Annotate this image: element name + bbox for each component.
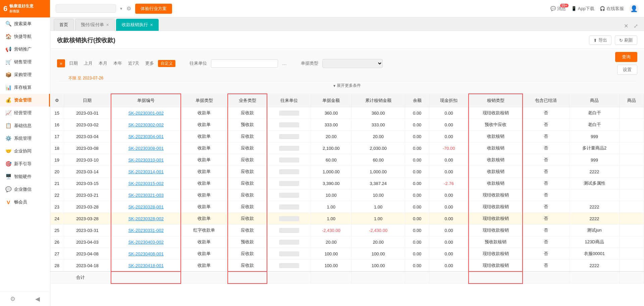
cell-biz-type: 应收款: [228, 154, 267, 166]
cell-doc-type: 收款单: [181, 236, 228, 248]
sidebar-item-search[interactable]: 🔍 搜索菜单: [0, 17, 50, 30]
page-title: 收款核销执行(按收款): [57, 36, 115, 44]
cell-cash-discount: 0.00: [429, 154, 469, 166]
sidebar-item-finance[interactable]: 💰 资金管理: [0, 94, 50, 107]
doc-no-link[interactable]: SK-20230403-002: [128, 240, 164, 245]
sidebar-item-operations[interactable]: 📈 经营管理: [0, 107, 50, 119]
this-year-btn[interactable]: 本年: [111, 60, 124, 67]
tab-writeoff[interactable]: 收款核销执行 ✕: [116, 19, 159, 31]
doc-no-link[interactable]: SK-20230331-002: [128, 228, 164, 233]
doc-no-link[interactable]: SK-20230321-003: [128, 193, 164, 198]
cell-date: 2023-04-18: [64, 260, 111, 272]
partner-blurred: [279, 169, 299, 174]
sidebar-item-purchase[interactable]: 📦 采购管理: [0, 68, 50, 81]
last-month-btn[interactable]: 上月: [82, 60, 95, 67]
tab-close-btn[interactable]: ✕: [621, 21, 631, 30]
cell-doc-type: 收款单: [181, 154, 228, 166]
sidebar-item-hardware[interactable]: 🖥️ 智能硬件: [0, 170, 50, 183]
sidebar-item-member[interactable]: V 畅会员: [0, 196, 50, 208]
purchase-icon: 📦: [5, 72, 11, 78]
this-month-btn[interactable]: 本月: [97, 60, 109, 67]
setting-button[interactable]: 设置: [617, 65, 637, 75]
tab-prepay[interactable]: 预付/应付单 ✕: [75, 19, 115, 30]
more-dates-btn[interactable]: 更多: [143, 60, 156, 67]
tab-home[interactable]: 首页: [54, 19, 74, 30]
cell-writeoff-amount: 100.00: [352, 248, 405, 260]
date-filter-label: 日期: [69, 60, 78, 66]
cell-writeoff-type: 现结收款核销: [469, 248, 523, 260]
cell-partner: [267, 248, 311, 260]
last-7days-btn[interactable]: 近7天: [126, 60, 141, 67]
doc-no-link[interactable]: SK-20230314-001: [128, 169, 164, 174]
collapse-icon[interactable]: ◀: [35, 295, 40, 303]
user-avatar[interactable]: 👤: [629, 4, 639, 13]
cell-writeoff-type: 预收中应收: [469, 119, 523, 131]
th-writeoff-amount: 累计核销金额: [352, 94, 405, 107]
messages-area[interactable]: 💬 消息 99+: [550, 6, 566, 12]
sidebar: 6 畅康道好生意 标推版 🔍 搜索菜单 🏠 快捷导航 📢 营销推广 🛒 销售管理…: [0, 0, 50, 306]
solution-button[interactable]: 体验行业方案: [135, 4, 172, 14]
main-area: ▾ ⚙ 体验行业方案 💬 消息 99+ 📱 App下载 🎧 在线客服 👤: [50, 0, 644, 306]
doc-no-link[interactable]: SK-20230308-001: [128, 146, 164, 151]
doc-no-link[interactable]: SK-20230301-002: [128, 111, 164, 116]
refresh-button[interactable]: ↻ 刷新: [615, 36, 637, 45]
cell-doc-no: SK-20230301-002: [111, 107, 181, 119]
settings-bottom-icon[interactable]: ⚙: [10, 295, 15, 303]
cell-biz-type: 应收款: [228, 107, 267, 119]
partner-filter-label: 往来单位: [190, 60, 207, 66]
footer-biz-type: [228, 271, 267, 284]
doc-no-link[interactable]: SK-20230418-001: [128, 263, 164, 268]
cell-date: 2023-03-14: [64, 166, 111, 178]
doc-no-link[interactable]: SK-20230328-002: [128, 216, 164, 221]
doc-no-link[interactable]: SK-20230304-001: [128, 134, 164, 139]
sidebar-item-basic-info[interactable]: 📋 基础信息: [0, 119, 50, 132]
expand-more-conditions[interactable]: ▾ 展开更多条件: [57, 81, 637, 90]
sidebar-item-wechat[interactable]: 💬 企业微信: [0, 183, 50, 196]
cell-biz-type: 应收款: [228, 225, 267, 236]
export-button[interactable]: ⬆ 导出: [589, 36, 611, 45]
doc-type-select[interactable]: [322, 59, 383, 68]
sidebar-item-marketing[interactable]: 📢 营销推广: [0, 43, 50, 56]
dropdown-arrow-icon[interactable]: ▾: [120, 6, 122, 11]
doc-no-link[interactable]: SK-20230315-002: [128, 181, 164, 186]
doc-no-link[interactable]: SK-20230302-002: [128, 122, 164, 127]
cell-biz-type: 应收款: [228, 260, 267, 272]
wechat-icon: 💬: [5, 186, 11, 192]
sidebar-item-inventory[interactable]: 📊 库存核算: [0, 81, 50, 94]
partner-input[interactable]: [211, 59, 278, 68]
filter-expand-button[interactable]: »: [57, 59, 65, 67]
sidebar-item-sales[interactable]: 🛒 销售管理: [0, 56, 50, 68]
sidebar-item-quick-nav[interactable]: 🏠 快捷导航: [0, 30, 50, 43]
online-service-area[interactable]: 🎧 在线客服: [600, 6, 624, 12]
table-container[interactable]: ⚙ 日期 单据编号 单据类型 业务类型 往来单位 单据金额 累计核销金额 余额 …: [50, 94, 644, 306]
app-download-area[interactable]: 📱 App下载: [571, 6, 594, 12]
sidebar-item-enterprise[interactable]: 🤝 企业协同: [0, 145, 50, 158]
table-row: 28 2023-04-18 SK-20230418-001 收款单 应收款 10…: [50, 260, 644, 272]
cell-date: 2023-03-28: [64, 201, 111, 213]
content-header: 收款核销执行(按收款) ⬆ 导出 ↻ 刷新: [50, 31, 644, 45]
th-doc-no: 单据编号: [111, 94, 181, 107]
tab-writeoff-close[interactable]: ✕: [150, 23, 153, 27]
th-goods1: 商品: [569, 94, 620, 107]
more-options-icon[interactable]: ...: [282, 60, 286, 66]
cell-doc-no: SK-20230418-001: [111, 260, 181, 272]
tab-prepay-close[interactable]: ✕: [106, 23, 109, 27]
gear-icon[interactable]: ⚙: [126, 5, 131, 12]
table-row: 18 2023-03-08 SK-20230308-001 收款单 应收款 2,…: [50, 142, 644, 154]
th-settings[interactable]: ⚙: [50, 94, 64, 107]
doc-no-link[interactable]: SK-20230310-001: [128, 158, 164, 163]
cell-writeoff-amount: 360.00: [352, 107, 405, 119]
tab-expand-btn[interactable]: ⤢: [631, 21, 641, 30]
query-button[interactable]: 查询: [615, 52, 637, 62]
cell-cash-discount: -2.76: [429, 178, 469, 189]
custom-date-btn[interactable]: 自定义: [158, 60, 175, 67]
sidebar-item-guide[interactable]: 🎯 新手引导: [0, 158, 50, 170]
app-name: 畅康道好生意: [9, 4, 34, 9]
doc-no-link[interactable]: SK-20230408-001: [128, 251, 164, 256]
doc-no-link[interactable]: SK-20230328-001: [128, 204, 164, 209]
sidebar-item-system[interactable]: ⚙️ 系统管理: [0, 132, 50, 145]
export-icon: ⬆: [593, 38, 597, 43]
table-row: 19 2023-03-10 SK-20230310-001 收款单 应收款 60…: [50, 154, 644, 166]
cell-cash-discount: 0.00: [429, 225, 469, 236]
member-icon: V: [5, 199, 11, 205]
